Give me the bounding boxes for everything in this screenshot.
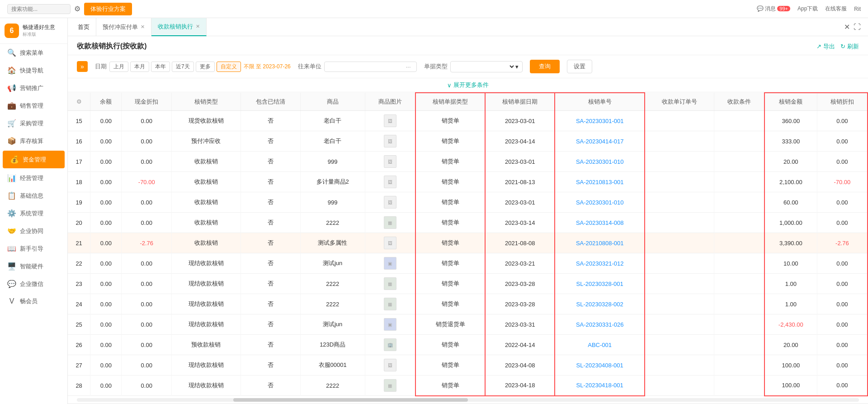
cell-writeoff-amount: 100.00 bbox=[764, 375, 817, 396]
search-input[interactable] bbox=[7, 4, 71, 14]
cell-writeoff-bill-no[interactable]: SA-20210813-001 bbox=[555, 172, 644, 192]
hardware-icon: 🖥️ bbox=[7, 262, 16, 271]
message-area[interactable]: 💬 消息 99+ bbox=[757, 5, 790, 13]
sidebar-item-sales[interactable]: 💼 销售管理 bbox=[0, 97, 67, 114]
sidebar-item-guide[interactable]: 📖 新手引导 bbox=[0, 240, 67, 257]
app-download[interactable]: App下载 bbox=[797, 5, 818, 13]
tab-prepay-close[interactable]: ✕ bbox=[141, 24, 145, 30]
bill-type-select[interactable] bbox=[454, 63, 515, 71]
bill-no-link[interactable]: SA-20230314-008 bbox=[576, 219, 624, 226]
sidebar-item-marketing[interactable]: 📢 营销推广 bbox=[0, 79, 67, 97]
filter-expand-btn[interactable]: » bbox=[77, 61, 88, 72]
bill-no-link[interactable]: SA-20230321-012 bbox=[576, 260, 624, 267]
sidebar-item-finance[interactable]: 💰 资金管理 bbox=[3, 151, 65, 168]
more-btn[interactable]: 更多 bbox=[196, 62, 215, 72]
this-year-btn[interactable]: 本年 bbox=[151, 62, 170, 72]
bill-no-link[interactable]: SL-20230328-001 bbox=[576, 280, 623, 287]
bill-no-link[interactable]: SL-20230408-001 bbox=[576, 362, 623, 369]
tab-receive-close[interactable]: ✕ bbox=[196, 24, 200, 29]
bill-no-link[interactable]: SL-20230328-002 bbox=[576, 301, 623, 308]
query-btn[interactable]: 查询 bbox=[530, 60, 560, 73]
tab-home[interactable]: 首页 bbox=[71, 18, 96, 36]
scrollbar-thumb[interactable] bbox=[233, 398, 468, 402]
cell-writeoff-bill-date: 2023-04-14 bbox=[485, 131, 555, 152]
bill-no-link[interactable]: SA-20210813-001 bbox=[576, 179, 624, 185]
cell-writeoff-bill-no[interactable]: SA-20210808-001 bbox=[555, 233, 644, 253]
bill-no-link[interactable]: SA-20210808-001 bbox=[576, 240, 624, 247]
sidebar-item-hardware[interactable]: 🖥️ 智能硬件 bbox=[0, 257, 67, 275]
bill-no-link[interactable]: SA-20230414-017 bbox=[576, 138, 624, 145]
cell-writeoff-bill-no[interactable]: SL-20230328-001 bbox=[555, 274, 644, 294]
col-receive-condition: 收款条件 bbox=[714, 93, 764, 111]
cell-receive-condition bbox=[714, 355, 764, 375]
sidebar-item-wechat[interactable]: 💬 企业微信 bbox=[0, 275, 67, 293]
sidebar-item-system[interactable]: ⚙️ 系统管理 bbox=[0, 204, 67, 222]
sidebar-item-label: 资金管理 bbox=[23, 156, 46, 164]
sidebar-item-corp[interactable]: 🤝 企业协同 bbox=[0, 222, 67, 240]
last-month-btn[interactable]: 上月 bbox=[109, 62, 128, 72]
table-row: 15 0.00 0.00 现货收款核销 否 老白干 🖼 销货单 2023-03-… bbox=[68, 111, 868, 131]
last7-btn[interactable]: 近7天 bbox=[172, 62, 194, 72]
sidebar-item-operation[interactable]: 📊 经营管理 bbox=[0, 169, 67, 187]
cell-receive-order-no bbox=[645, 233, 714, 253]
col-writeoff-bill-date: 核销单据日期 bbox=[485, 93, 555, 111]
bill-no-link[interactable]: SA-20230301-010 bbox=[576, 158, 624, 165]
cell-writeoff-bill-no[interactable]: SL-20230408-001 bbox=[555, 355, 644, 375]
bill-no-link[interactable]: SL-20230418-001 bbox=[576, 382, 623, 389]
cell-writeoff-type: 收款核销 bbox=[172, 172, 241, 192]
expand-tab-btn[interactable]: ⛶ bbox=[854, 23, 861, 31]
cell-balance: 0.00 bbox=[90, 253, 122, 274]
cell-receive-order-no bbox=[645, 294, 714, 314]
counterparty-dots[interactable]: ··· bbox=[406, 63, 411, 70]
custom-btn[interactable]: 自定义 bbox=[217, 62, 241, 72]
cell-writeoff-bill-no[interactable]: SA-20230414-017 bbox=[555, 131, 644, 152]
bill-no-link[interactable]: SA-20230331-026 bbox=[576, 321, 624, 328]
cell-writeoff-bill-type: 销货退货单 bbox=[415, 314, 485, 335]
tab-prepay[interactable]: 预付冲应付单 ✕ bbox=[96, 18, 151, 36]
cell-goods: 衣服00001 bbox=[300, 355, 365, 375]
cell-goods-img: 🖼 bbox=[365, 111, 415, 131]
refresh-btn[interactable]: ↻ 刷新 bbox=[840, 43, 859, 51]
cell-writeoff-bill-no[interactable]: SL-20230328-002 bbox=[555, 294, 644, 314]
cell-writeoff-bill-no[interactable]: SL-20230418-001 bbox=[555, 375, 644, 396]
sidebar-item-basic[interactable]: 📋 基础信息 bbox=[0, 187, 67, 204]
cell-writeoff-bill-no[interactable]: ABC-001 bbox=[555, 335, 644, 355]
cell-writeoff-bill-no[interactable]: SA-20230301-001 bbox=[555, 111, 644, 131]
col-writeoff-type: 核销类型 bbox=[172, 93, 241, 111]
cell-writeoff-bill-no[interactable]: SA-20230301-010 bbox=[555, 192, 644, 213]
table-header-row: ⚙ 余额 现金折扣 核销类型 包含已结清 商品 商品图片 核销单据类型 核销单据… bbox=[68, 93, 868, 111]
cell-writeoff-bill-no[interactable]: SA-20230301-010 bbox=[555, 152, 644, 172]
cell-receive-condition bbox=[714, 253, 764, 274]
cell-writeoff-bill-no[interactable]: SA-20230314-008 bbox=[555, 213, 644, 233]
sidebar-item-inventory[interactable]: 📦 库存核算 bbox=[0, 132, 67, 150]
search-menu-icon: 🔍 bbox=[7, 48, 16, 57]
filter-more-row[interactable]: ∨ 展开更多条件 bbox=[68, 78, 868, 92]
counterparty-input[interactable] bbox=[328, 63, 404, 70]
cell-writeoff-bill-no[interactable]: SA-20230331-026 bbox=[555, 314, 644, 335]
gear-icon[interactable]: ⚙ bbox=[74, 5, 80, 13]
setting-btn[interactable]: 设置 bbox=[567, 60, 592, 73]
cell-include-settled: 否 bbox=[241, 131, 300, 152]
bill-no-link[interactable]: SA-20230301-001 bbox=[576, 118, 624, 124]
sidebar-item-search[interactable]: 🔍 搜索菜单 bbox=[0, 44, 67, 62]
cell-cash-discount: -2.76 bbox=[122, 233, 172, 253]
col-settings[interactable]: ⚙ bbox=[68, 93, 90, 111]
industry-btn[interactable]: 体验行业方案 bbox=[84, 3, 132, 15]
close-tab-btn[interactable]: ✕ bbox=[844, 23, 850, 31]
export-btn[interactable]: ↗ 导出 bbox=[816, 43, 835, 51]
cell-writeoff-discount: -2.76 bbox=[817, 233, 868, 253]
online-service[interactable]: 在线客服 bbox=[825, 5, 847, 13]
bill-no-link[interactable]: SA-20230301-010 bbox=[576, 199, 624, 206]
sidebar-logo: 6 畅捷通好生意 标准版 bbox=[0, 18, 67, 44]
table-scrollbar[interactable] bbox=[77, 398, 859, 402]
cell-writeoff-bill-no[interactable]: SA-20230321-012 bbox=[555, 253, 644, 274]
sidebar-item-member[interactable]: V 畅会员 bbox=[0, 293, 67, 310]
cell-no: 22 bbox=[68, 253, 90, 274]
this-month-btn[interactable]: 本月 bbox=[130, 62, 149, 72]
tab-receive[interactable]: 收款核销执行 ✕ bbox=[151, 18, 207, 36]
bill-no-link[interactable]: ABC-001 bbox=[588, 342, 612, 348]
table-settings-icon[interactable]: ⚙ bbox=[76, 98, 82, 105]
cell-writeoff-type: 收款核销 bbox=[172, 192, 241, 213]
sidebar-item-purchase[interactable]: 🛒 采购管理 bbox=[0, 114, 67, 132]
sidebar-item-shortcut[interactable]: 🏠 快捷导航 bbox=[0, 62, 67, 79]
